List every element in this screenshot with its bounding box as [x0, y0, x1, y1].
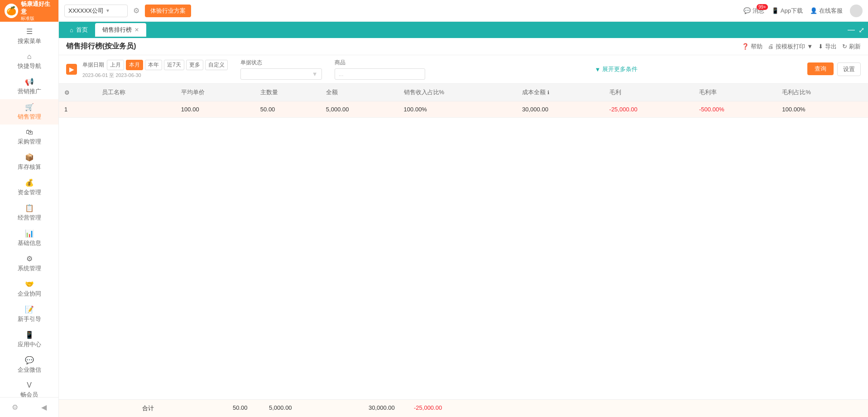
trial-button[interactable]: 体验行业方案	[145, 5, 191, 17]
sidebar-label-guide: 新手引导	[18, 315, 41, 323]
sidebar-label-wechat: 企业微信	[18, 366, 41, 374]
tab-minimize-icon[interactable]: —	[848, 26, 855, 34]
col-name: 员工名称	[96, 84, 176, 101]
query-button[interactable]: 查询	[807, 62, 834, 75]
date-options: 上月 本月 本年 近7天 更多 自定义	[107, 60, 228, 70]
footer-gross: -25,000.00	[408, 404, 454, 412]
table-footer: 合计 50.00 5,000.00 30,000.00 -25,000.00	[59, 399, 868, 417]
sidebar-label-member: 畅会员	[20, 391, 38, 397]
col-settings[interactable]: ⚙	[59, 84, 96, 101]
export-icon: ⬇	[818, 43, 823, 50]
date-btn-thismonth[interactable]: 本月	[126, 60, 143, 70]
footer-summary-label: 合计	[137, 404, 182, 412]
refresh-label: 刷新	[849, 43, 861, 51]
goods-label: 商品	[335, 59, 425, 67]
expand-icon: ▼	[595, 66, 600, 73]
sidebar-collapse-btn[interactable]: ◀	[39, 401, 48, 413]
sidebar-icon-system: ⚙	[26, 254, 33, 263]
date-label: 单据日期	[82, 61, 104, 69]
page-header: 销售排行榜(按业务员) ❓ 帮助 🖨 按模板打印 ▼ ⬇ 导出 ↻ 刷新	[59, 38, 868, 55]
col-amount: 全额	[321, 84, 398, 101]
sidebar-label-purchase: 采购管理	[18, 138, 41, 146]
date-btn-7days[interactable]: 近7天	[164, 60, 184, 70]
export-btn[interactable]: ⬇ 导出	[818, 43, 837, 51]
sidebar-item-guide[interactable]: 📝新手引导	[0, 302, 58, 327]
footer-gross-ratio	[499, 404, 544, 412]
print-btn[interactable]: 🖨 按模板打印 ▼	[768, 43, 813, 51]
sidebar-icon-sales: 🛒	[25, 103, 34, 111]
date-btn-lastmonth[interactable]: 上月	[107, 60, 124, 70]
sidebar-item-wechat[interactable]: 💬企业微信	[0, 352, 58, 378]
sidebar-label-marketing: 营销推广	[18, 87, 41, 96]
cell-gross: -25,000.00	[604, 101, 694, 118]
sidebar-item-finance[interactable]: 💰资金管理	[0, 175, 58, 200]
message-btn[interactable]: 💬 消息 99+	[743, 7, 764, 15]
sidebar-item-app-center[interactable]: 📱应用中心	[0, 327, 58, 352]
cell-name	[96, 101, 176, 118]
sidebar-settings-btn[interactable]: ⚙	[10, 401, 20, 413]
sidebar-icon-enterprise: 🤝	[25, 280, 34, 288]
sidebar-item-basic-info[interactable]: 📊基础信息	[0, 225, 58, 251]
cost-info-icon[interactable]: ℹ	[547, 90, 549, 95]
refresh-btn[interactable]: ↻ 刷新	[842, 43, 861, 51]
sidebar-item-inventory[interactable]: 📦库存核算	[0, 149, 58, 175]
online-service-btn[interactable]: 👤 在线客服	[810, 7, 843, 15]
col-sales-ratio: 销售收入占比%	[398, 84, 517, 101]
sidebar-item-marketing[interactable]: 📢营销推广	[0, 74, 58, 99]
tab-maximize-icon[interactable]: ⤢	[858, 26, 864, 34]
sidebar-label-sales: 销售管理	[18, 113, 41, 121]
sidebar-label-operations: 经营管理	[18, 214, 41, 222]
table-row: 1 100.00 50.00 5,000.00 100.00% 30,000.0…	[59, 101, 868, 118]
status-select[interactable]: ▼	[240, 68, 322, 80]
logo-line2: 标准版	[21, 15, 54, 21]
date-btn-thisyear[interactable]: 本年	[145, 60, 162, 70]
help-btn[interactable]: ❓ 帮助	[742, 43, 762, 51]
sidebar-item-purchase[interactable]: 🛍采购管理	[0, 125, 58, 149]
date-btn-custom[interactable]: 自定义	[205, 60, 228, 70]
sales-rank-table: ⚙ 员工名称 平均单价 主数量 全额 销售收入占比% 成本全额 ℹ 毛利 毛利率…	[59, 84, 868, 118]
filter-expand-btn[interactable]: ▶	[66, 64, 77, 75]
sidebar-item-sales[interactable]: 🛒销售管理	[0, 99, 58, 125]
expand-more-btn[interactable]: ▼ 展开更多条件	[595, 65, 638, 73]
company-chevron-icon: ▼	[106, 8, 110, 13]
service-label: 在线客服	[819, 7, 843, 15]
app-download-btn[interactable]: 📱 App下载	[772, 7, 803, 15]
sidebar-icon-search-order: ☰	[26, 27, 33, 36]
sidebar-label-quick-nav: 快捷导航	[18, 62, 41, 70]
sidebar-item-search-order[interactable]: ☰搜索菜单	[0, 24, 58, 49]
table-container: ⚙ 员工名称 平均单价 主数量 全额 销售收入占比% 成本全额 ℹ 毛利 毛利率…	[59, 84, 868, 399]
date-btn-more[interactable]: 更多	[186, 60, 203, 70]
tab-bar: ⌂ 首页 销售排行榜 ✕ — ⤢	[59, 22, 868, 38]
goods-input[interactable]: ...	[335, 68, 425, 80]
sidebar-item-enterprise[interactable]: 🤝企业协同	[0, 276, 58, 302]
sidebar-label-enterprise: 企业协同	[18, 290, 41, 298]
sidebar-label-app-center: 应用中心	[18, 340, 41, 349]
sidebar-item-member[interactable]: V畅会员	[0, 378, 58, 397]
status-chevron-icon: ▼	[312, 71, 318, 77]
sidebar-item-quick-nav[interactable]: ⌂快捷导航	[0, 49, 58, 74]
sidebar-icon-basic-info: 📊	[25, 229, 34, 238]
message-icon: 💬	[743, 7, 751, 14]
sidebar-item-operations[interactable]: 📋经营管理	[0, 200, 58, 225]
tabs-right-controls: — ⤢	[848, 26, 864, 34]
print-label: 按模板打印	[776, 43, 805, 51]
sidebar-item-system[interactable]: ⚙系统管理	[0, 251, 58, 276]
user-avatar[interactable]	[850, 5, 863, 17]
sidebar-icon-inventory: 📦	[25, 153, 34, 162]
company-name: XXXXXX公司	[68, 7, 104, 15]
cell-rank: 1	[59, 101, 96, 118]
home-icon: ⌂	[70, 27, 73, 34]
tab-close-icon[interactable]: ✕	[134, 27, 139, 33]
tab-home[interactable]: ⌂ 首页	[62, 23, 95, 37]
sidebar-logo: 🍊 畅康通好生意 标准版	[0, 0, 58, 22]
footer-amount: 5,000.00	[264, 404, 309, 412]
settings-button[interactable]: 设置	[837, 62, 861, 76]
col-gross-ratio: 毛利占比%	[777, 84, 868, 101]
company-selector[interactable]: XXXXXX公司 ▼	[64, 5, 128, 17]
tab-sales-rank[interactable]: 销售排行榜 ✕	[95, 23, 146, 37]
page-title: 销售排行榜(按业务员)	[66, 42, 136, 51]
topbar-gear-icon[interactable]: ⚙	[131, 5, 141, 17]
status-filter-group: 单据状态 ▼	[240, 59, 322, 80]
logo-text: 畅康通好生意 标准版	[21, 0, 54, 22]
help-label: 帮助	[751, 43, 762, 51]
